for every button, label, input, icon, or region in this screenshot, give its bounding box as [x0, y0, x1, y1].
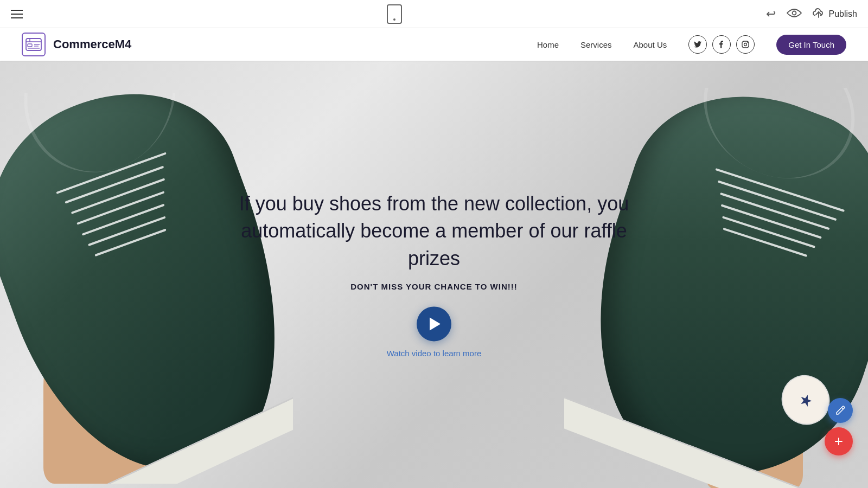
toolbar-left	[11, 10, 23, 18]
play-button-wrapper: Watch video to learn more	[228, 307, 640, 358]
publish-label: Publish	[829, 9, 857, 19]
svg-point-0	[792, 11, 796, 15]
nav-home[interactable]: Home	[537, 40, 559, 49]
instagram-icon[interactable]	[736, 35, 755, 54]
edit-fab-button[interactable]	[828, 398, 853, 423]
hero-subheadline: DON'T MISS YOUR CHANCE TO WIN!!!	[228, 282, 640, 292]
nav-links: Home Services About Us	[537, 40, 667, 49]
website-area: CommerceM4 Home Services About Us	[0, 28, 868, 488]
svg-point-10	[744, 43, 747, 46]
svg-rect-5	[28, 44, 32, 47]
toolbar: ↩ Publish	[0, 0, 868, 28]
nav-services[interactable]: Services	[580, 40, 612, 49]
cloud-upload-icon	[813, 8, 825, 20]
watch-video-link[interactable]: Watch video to learn more	[387, 349, 482, 358]
logo-area: CommerceM4	[22, 33, 131, 56]
preview-eye-icon[interactable]	[787, 8, 802, 21]
site-header: CommerceM4 Home Services About Us	[0, 28, 868, 61]
hero-section: ★ If you buy shoes from the new collecti…	[0, 61, 868, 488]
get-in-touch-button[interactable]: Get In Touch	[776, 35, 846, 55]
site-nav: Home Services About Us	[537, 35, 846, 55]
play-button[interactable]	[417, 307, 451, 342]
add-fab-button[interactable]: +	[825, 427, 853, 455]
hero-content: If you buy shoes from the new collection…	[228, 190, 640, 358]
social-icons	[688, 35, 755, 54]
toolbar-center	[387, 4, 402, 24]
svg-rect-9	[742, 41, 749, 48]
hero-headline: If you buy shoes from the new collection…	[228, 190, 640, 272]
logo-text: CommerceM4	[53, 37, 131, 52]
twitter-icon[interactable]	[688, 35, 707, 54]
facebook-icon[interactable]	[712, 35, 731, 54]
svg-line-12	[842, 408, 844, 409]
nav-about-us[interactable]: About Us	[634, 40, 667, 49]
plus-icon: +	[834, 434, 843, 449]
svg-point-11	[747, 42, 748, 43]
mobile-preview-icon[interactable]	[387, 4, 402, 24]
publish-button[interactable]: Publish	[813, 8, 857, 20]
logo-icon	[22, 33, 46, 56]
toolbar-right: ↩ Publish	[766, 7, 857, 21]
play-triangle-icon	[430, 318, 441, 331]
undo-icon[interactable]: ↩	[766, 7, 776, 21]
hamburger-menu-icon[interactable]	[11, 10, 23, 18]
